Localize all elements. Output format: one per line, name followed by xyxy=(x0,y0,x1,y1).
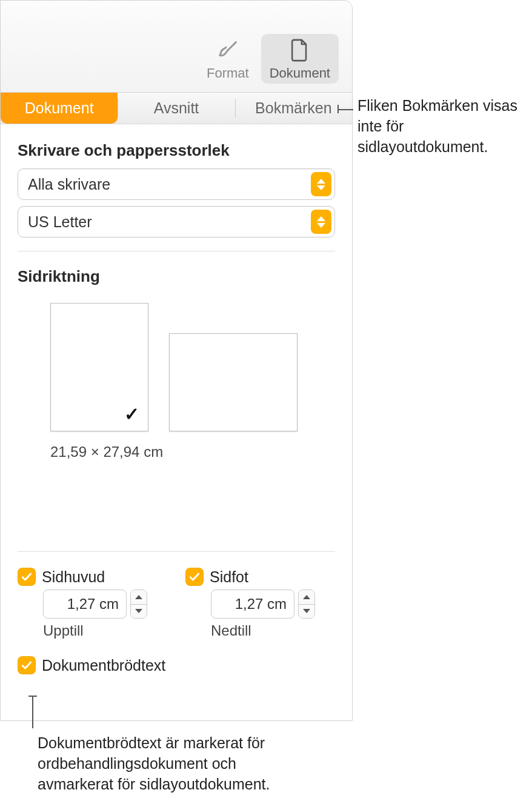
orientation-landscape-button[interactable] xyxy=(169,333,298,431)
header-footer-section: Sidhuvud 1,27 cm Upptill xyxy=(18,568,335,639)
header-sublabel: Upptill xyxy=(18,622,167,639)
orientation-portrait-button[interactable]: ✓ xyxy=(50,303,148,431)
header-margin-stepper[interactable] xyxy=(130,590,147,619)
callout-line-v xyxy=(32,696,33,728)
stepper-up-icon[interactable] xyxy=(299,590,314,604)
checkmark-icon: ✓ xyxy=(124,404,139,425)
document-body-checkbox-row[interactable]: Dokumentbrödtext xyxy=(18,656,335,674)
stepper-down-icon[interactable] xyxy=(299,604,314,619)
callout-bookmarks: Fliken Bokmärken visas inte för sidlayou… xyxy=(357,96,527,157)
callout-docbody: Dokumentbrödtext är markerat för ordbeha… xyxy=(38,733,310,794)
header-margin-input[interactable]: 1,27 cm xyxy=(43,590,127,619)
orientation-options: ✓ xyxy=(18,303,335,431)
header-label: Sidhuvud xyxy=(42,568,105,586)
stepper-up-icon[interactable] xyxy=(131,590,147,604)
format-toolbar-label: Format xyxy=(207,65,249,81)
footer-checkbox-row[interactable]: Sidfot xyxy=(185,568,335,586)
footer-checkbox[interactable] xyxy=(185,568,204,586)
paper-size-select[interactable]: US Letter xyxy=(18,206,335,238)
tab-bokmarken[interactable]: Bokmärken xyxy=(235,93,352,124)
page-dimensions-label: 21,59 × 27,94 cm xyxy=(18,444,335,460)
dokument-toolbar-button[interactable]: Dokument xyxy=(261,34,339,84)
document-body-label: Dokumentbrödtext xyxy=(42,657,165,674)
stepper-down-icon[interactable] xyxy=(131,604,147,619)
printer-select[interactable]: Alla skrivare xyxy=(18,168,335,200)
inspector-panel: Format Dokument Dokument Avsnitt Bokmärk… xyxy=(0,0,353,721)
footer-margin-input[interactable]: 1,27 cm xyxy=(211,590,294,619)
tab-dokument[interactable]: Dokument xyxy=(1,93,118,124)
callout-line xyxy=(337,109,353,110)
tab-bokmarken-label: Bokmärken xyxy=(255,99,331,117)
header-margin-value: 1,27 cm xyxy=(67,596,119,613)
paintbrush-icon xyxy=(216,38,240,63)
dokument-toolbar-label: Dokument xyxy=(270,65,330,81)
dropdown-stepper-icon xyxy=(311,172,331,196)
toolbar: Format Dokument xyxy=(1,1,352,93)
tab-avsnitt[interactable]: Avsnitt xyxy=(118,93,234,124)
orientation-section-title: Sidriktning xyxy=(18,267,335,286)
printer-section-title: Skrivare och pappersstorlek xyxy=(18,141,335,160)
footer-margin-stepper[interactable] xyxy=(298,590,315,619)
document-icon xyxy=(289,38,311,63)
format-toolbar-button[interactable]: Format xyxy=(198,34,258,84)
tab-dokument-label: Dokument xyxy=(25,99,94,117)
footer-margin-value: 1,27 cm xyxy=(235,596,287,613)
divider xyxy=(18,551,335,552)
footer-sublabel: Nedtill xyxy=(185,622,335,639)
inspector-body: Skrivare och pappersstorlek Alla skrivar… xyxy=(1,124,352,690)
printer-select-value: Alla skrivare xyxy=(28,176,110,193)
document-body-checkbox[interactable] xyxy=(18,656,36,674)
tab-bar: Dokument Avsnitt Bokmärken xyxy=(1,93,352,124)
dropdown-stepper-icon xyxy=(311,210,331,234)
header-checkbox[interactable] xyxy=(18,568,36,586)
paper-size-value: US Letter xyxy=(28,213,92,231)
footer-label: Sidfot xyxy=(210,568,248,586)
tab-avsnitt-label: Avsnitt xyxy=(154,99,199,117)
header-checkbox-row[interactable]: Sidhuvud xyxy=(18,568,167,586)
divider xyxy=(18,251,335,251)
